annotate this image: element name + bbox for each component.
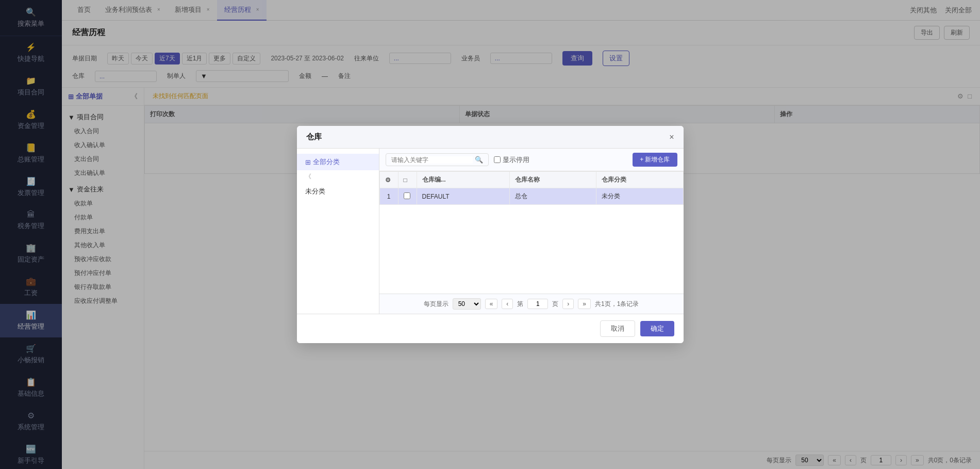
- dialog-per-page-select[interactable]: 50 100: [453, 298, 481, 310]
- dialog-left-uncategorized[interactable]: 未分类: [297, 183, 379, 200]
- dialog-table: ⚙ □ 仓库编... 仓库名称 仓库分类 1 DEFAULT: [379, 171, 684, 205]
- dialog-pagination: 每页显示 50 100 « ‹ 第 页 › » 共1页，1条记录: [379, 294, 684, 314]
- dialog-header: 仓库 ×: [297, 126, 684, 149]
- cancel-button[interactable]: 取消: [600, 320, 635, 337]
- dialog-page-input[interactable]: [527, 299, 548, 309]
- warehouse-dialog: 仓库 × ⊞ 全部分类 《 未分类: [297, 126, 684, 343]
- grid-icon-dialog: ⊞: [305, 158, 311, 166]
- dialog-search-field[interactable]: 🔍: [386, 153, 489, 166]
- dialog-left-panel-bar: 《: [297, 170, 379, 183]
- dialog-right-panel: 🔍 显示停用 + 新增仓库 ⚙ □: [379, 149, 684, 314]
- col-name: 仓库名称: [510, 172, 596, 188]
- confirm-button[interactable]: 确定: [640, 321, 674, 336]
- dialog-title: 仓库: [306, 132, 322, 142]
- dialog-table-area: ⚙ □ 仓库编... 仓库名称 仓库分类 1 DEFAULT: [379, 171, 684, 294]
- row-gear-cell: 1: [379, 188, 398, 205]
- row-checkbox[interactable]: [404, 192, 410, 199]
- dialog-search-input[interactable]: [391, 156, 473, 164]
- col-category: 仓库分类: [596, 172, 683, 188]
- row-name-cell: 总仓: [510, 188, 596, 205]
- collapse-dialog-btn[interactable]: 《: [305, 172, 311, 181]
- dialog-left-all-categories[interactable]: ⊞ 全部分类: [297, 154, 379, 170]
- dialog-left-panel: ⊞ 全部分类 《 未分类: [297, 149, 379, 314]
- row-code-cell: DEFAULT: [417, 188, 510, 205]
- add-warehouse-button[interactable]: + 新增仓库: [633, 153, 677, 167]
- dialog-last-btn[interactable]: »: [578, 299, 591, 309]
- col-checkbox: □: [398, 172, 417, 188]
- dialog-first-btn[interactable]: «: [485, 299, 498, 309]
- show-disabled-label[interactable]: 显示停用: [494, 155, 529, 165]
- dialog-close-btn[interactable]: ×: [669, 133, 674, 142]
- dialog-page-word: 第: [517, 300, 523, 309]
- dialog-total-info: 共1页，1条记录: [595, 300, 639, 309]
- dialog-search-icon: 🔍: [475, 156, 483, 164]
- dialog-toolbar: 🔍 显示停用 + 新增仓库: [379, 149, 684, 171]
- dialog-prev-btn[interactable]: ‹: [502, 299, 513, 309]
- table-row[interactable]: 1 DEFAULT 总仓 未分类: [379, 188, 683, 205]
- show-disabled-checkbox[interactable]: [494, 156, 501, 163]
- row-category-cell: 未分类: [596, 188, 683, 205]
- dialog-next-btn[interactable]: ›: [562, 299, 574, 309]
- col-code: 仓库编...: [417, 172, 510, 188]
- modal-overlay: 仓库 × ⊞ 全部分类 《 未分类: [0, 0, 980, 469]
- dialog-page-label: 页: [552, 300, 558, 309]
- dialog-body: ⊞ 全部分类 《 未分类 🔍: [297, 149, 684, 314]
- dialog-per-page-label: 每页显示: [424, 300, 449, 309]
- col-gear: ⚙: [379, 172, 398, 188]
- row-checkbox-cell[interactable]: [398, 188, 417, 205]
- dialog-footer: 取消 确定: [297, 314, 684, 343]
